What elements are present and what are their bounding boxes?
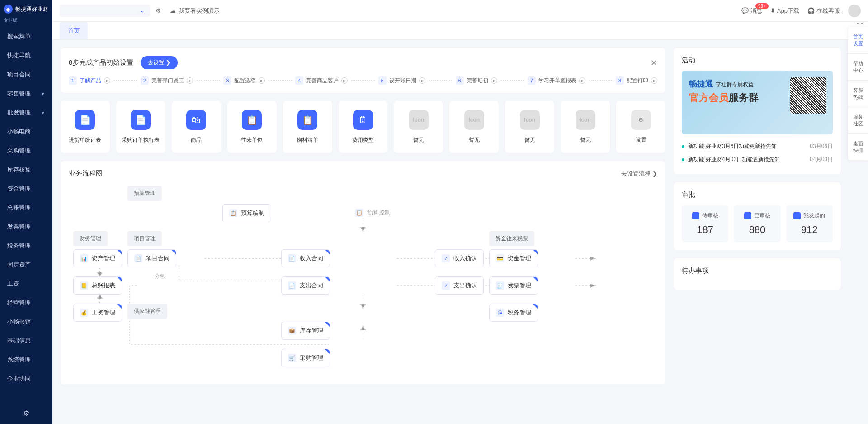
setup-step-2[interactable]: 2完善部门员工▶ bbox=[141, 76, 193, 85]
doc-icon: 📒 bbox=[80, 281, 88, 290]
nav-item-17[interactable]: 系统管理 bbox=[0, 350, 52, 369]
todo-title: 待办事项 bbox=[682, 267, 833, 275]
promo-banner[interactable]: 畅捷通 享社群专属权益 官方会员服务群 bbox=[682, 71, 833, 134]
node-expense-contract[interactable]: 📄支出合同 bbox=[281, 276, 330, 295]
node-ledger-report[interactable]: 📒总账报表 bbox=[73, 276, 122, 295]
approval-title: 审批 bbox=[682, 191, 833, 199]
news-item-1[interactable]: 新功能|好业财4月03日功能更新抢先知04月03日 bbox=[682, 153, 833, 166]
quick-card-9[interactable]: Icon暂无 bbox=[561, 101, 610, 153]
nav-item-13[interactable]: 工资 bbox=[0, 274, 52, 293]
node-salary-mgmt[interactable]: 💰工资管理 bbox=[73, 304, 122, 322]
sidebar-settings-button[interactable]: ⚙ bbox=[0, 403, 52, 424]
quick-card-6[interactable]: Icon暂无 bbox=[394, 101, 443, 153]
setup-step-3[interactable]: 3配置选项▶ bbox=[223, 76, 265, 85]
quick-card-3[interactable]: 📋往来单位 bbox=[227, 101, 277, 153]
node-budget-compile[interactable]: 📋 预算编制 bbox=[222, 204, 271, 222]
tabbar: 首页 bbox=[52, 22, 868, 40]
quick-card-8[interactable]: Icon暂无 bbox=[505, 101, 554, 153]
nav-item-5[interactable]: 小畅电商 bbox=[0, 122, 52, 141]
sub-label: 分包 bbox=[155, 273, 165, 280]
nav-item-9[interactable]: 总账管理 bbox=[0, 198, 52, 217]
nav-item-14[interactable]: 经营管理 bbox=[0, 293, 52, 312]
tab-home[interactable]: 首页 bbox=[60, 22, 88, 39]
node-tax-mgmt[interactable]: 🏛税务管理 bbox=[489, 304, 538, 322]
nav-item-10[interactable]: 发票管理 bbox=[0, 217, 52, 236]
doc-icon: 📄 bbox=[288, 254, 296, 262]
float-nav-2[interactable]: 客服热线 bbox=[848, 81, 868, 107]
play-icon: ▶ bbox=[419, 77, 425, 84]
approval-box-0[interactable]: 待审核187 bbox=[682, 205, 728, 242]
org-selector[interactable]: ⌄ bbox=[60, 5, 150, 17]
play-icon: ▶ bbox=[259, 77, 265, 84]
messages-button[interactable]: 💬 消息 99+ bbox=[741, 7, 762, 15]
setup-step-1[interactable]: 1了解产品▶ bbox=[69, 76, 110, 85]
quick-card-7[interactable]: Icon暂无 bbox=[449, 101, 499, 153]
main-area: ⌄ ⚙ ☁ 我要看实例演示 💬 消息 99+ ⬇ App下载 🎧 bbox=[52, 0, 868, 424]
quick-card-0[interactable]: 📄进货单统计表 bbox=[61, 101, 110, 153]
nav-item-12[interactable]: 固定资产 bbox=[0, 255, 52, 274]
setup-step-5[interactable]: 5设开账日期▶ bbox=[378, 76, 425, 85]
node-asset-mgmt[interactable]: 📊资产管理 bbox=[73, 249, 122, 267]
setup-step-6[interactable]: 6完善期初▶ bbox=[456, 76, 497, 85]
node-income-confirm[interactable]: ✓收入确认 bbox=[435, 249, 484, 267]
play-icon: ▶ bbox=[187, 77, 193, 84]
node-budget-control[interactable]: 📋 预算控制 bbox=[349, 204, 397, 221]
quick-card-5[interactable]: 🗓费用类型 bbox=[339, 101, 388, 153]
nav-item-6[interactable]: 采购管理 bbox=[0, 141, 52, 160]
node-inventory-mgmt[interactable]: 📦库存管理 bbox=[281, 322, 330, 340]
quick-card-10[interactable]: ⚙设置 bbox=[616, 101, 665, 153]
activity-title: 活动 bbox=[682, 56, 833, 65]
message-icon: 💬 bbox=[741, 7, 749, 14]
float-nav-0[interactable]: 首页设置 bbox=[848, 27, 868, 54]
nav-item-8[interactable]: 资金管理 bbox=[0, 179, 52, 198]
news-item-0[interactable]: 新功能|好业财3月6日功能更新抢先知03月06日 bbox=[682, 140, 833, 153]
node-funds-mgmt[interactable]: 💳资金管理 bbox=[489, 249, 538, 267]
calc-icon: 🗓 bbox=[353, 110, 373, 130]
float-nav-1[interactable]: 帮助中心 bbox=[848, 54, 868, 81]
node-invoice-mgmt[interactable]: 🧾发票管理 bbox=[489, 276, 538, 295]
app-download-button[interactable]: ⬇ App下载 bbox=[770, 7, 799, 15]
clipboard-icon bbox=[692, 212, 699, 219]
nav-item-15[interactable]: 小畅报销 bbox=[0, 312, 52, 331]
avatar[interactable] bbox=[848, 5, 861, 17]
doc-icon: 📄 bbox=[288, 281, 296, 290]
nav-item-18[interactable]: 企业协同 bbox=[0, 369, 52, 388]
play-icon: ▶ bbox=[579, 77, 585, 84]
setup-step-4[interactable]: 4完善商品客户▶ bbox=[295, 76, 348, 85]
org-settings-icon[interactable]: ⚙ bbox=[156, 7, 161, 14]
flow-config-link[interactable]: 去设置流程 ❯ bbox=[621, 170, 657, 178]
quick-card-1[interactable]: 📄采购订单执行表 bbox=[116, 101, 165, 153]
approval-card: 审批 待审核187已审核880我发起的912 bbox=[674, 182, 841, 250]
nav-item-7[interactable]: 库存核算 bbox=[0, 160, 52, 179]
approval-box-2[interactable]: 我发起的912 bbox=[786, 205, 833, 242]
none-icon: Icon bbox=[464, 110, 484, 130]
demo-link[interactable]: ☁ 我要看实例演示 bbox=[170, 7, 220, 15]
node-project-contract[interactable]: 📄项目合同 bbox=[127, 249, 176, 267]
nav-item-11[interactable]: 税务管理 bbox=[0, 236, 52, 255]
float-nav-3[interactable]: 服务社区 bbox=[848, 107, 868, 134]
nav-item-0[interactable]: 搜索菜单 bbox=[0, 27, 52, 46]
section-finance: 财务管理 bbox=[73, 231, 108, 246]
nav-item-16[interactable]: 基础信息 bbox=[0, 331, 52, 350]
close-icon[interactable]: ✕ bbox=[651, 58, 657, 68]
nav-item-4[interactable]: 批发管理▼ bbox=[0, 103, 52, 122]
setup-step-8[interactable]: 8配置打印▶ bbox=[616, 76, 657, 85]
nav-item-3[interactable]: 零售管理▼ bbox=[0, 84, 52, 103]
node-expense-confirm[interactable]: ✓支出确认 bbox=[435, 276, 484, 295]
quick-card-2[interactable]: 🛍商品 bbox=[172, 101, 221, 153]
setup-button[interactable]: 去设置 ❯ bbox=[141, 56, 177, 69]
setup-step-7[interactable]: 7学习开单查报表▶ bbox=[528, 76, 585, 85]
section-supply: 供应链管理 bbox=[127, 304, 167, 319]
node-income-contract[interactable]: 📄收入合同 bbox=[281, 249, 330, 267]
qr-code bbox=[790, 77, 826, 114]
node-purchase-mgmt[interactable]: 🛒采购管理 bbox=[281, 349, 330, 367]
approval-box-1[interactable]: 已审核880 bbox=[734, 205, 780, 242]
chevron-down-icon: ▼ bbox=[41, 91, 45, 96]
float-nav-4[interactable]: 桌面快捷 bbox=[848, 134, 868, 161]
quick-card-4[interactable]: 📋物料清单 bbox=[283, 101, 332, 153]
online-service-button[interactable]: 🎧 在线客服 bbox=[807, 7, 840, 15]
nav-item-1[interactable]: 快捷导航 bbox=[0, 46, 52, 65]
nav-item-2[interactable]: 项目合同 bbox=[0, 65, 52, 84]
doc-icon: 🧾 bbox=[496, 281, 504, 290]
doc-icon: 📄 bbox=[134, 254, 142, 262]
